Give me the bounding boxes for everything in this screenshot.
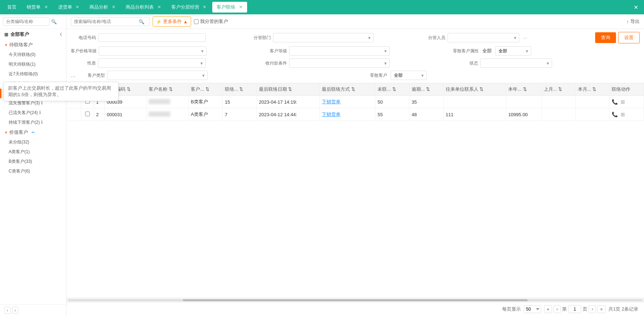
query-btn[interactable]: 查询	[595, 32, 616, 43]
close-sales-icon[interactable]: ✕	[44, 4, 48, 10]
col-this-month[interactable]: 本月... ⇅	[575, 83, 610, 96]
gender-select[interactable]	[98, 58, 206, 68]
status-select[interactable]	[480, 58, 552, 68]
branch-dept-select[interactable]	[273, 33, 374, 42]
filter-field-phone: 电话号码	[71, 33, 241, 42]
horizontal-scrollbar[interactable]	[66, 298, 644, 302]
table-header-row: ⚙ # 客户编码 ⇅ 客户名称 ⇅ 客户... ⇅ 联络... ⇅ 最后联络日期…	[66, 83, 644, 96]
customer-type-select[interactable]	[107, 71, 208, 80]
sidebar-item-7days[interactable]: 近7天待联络(0)	[0, 69, 66, 79]
col-overdue[interactable]: 逾期... ⇅	[409, 83, 444, 96]
sidebar-all-customers[interactable]: ⊞ 全部客户 《	[0, 29, 66, 40]
zero-attr-select[interactable]: 全部	[495, 46, 531, 56]
nav-customer-segment[interactable]: 客户分层经营 ✕	[167, 2, 211, 13]
more-dots-icon[interactable]: ...	[71, 72, 75, 79]
page-nav: « ‹ 第 页 › »	[544, 305, 606, 313]
first-page-btn[interactable]: «	[544, 305, 552, 313]
close-product-analysis-icon[interactable]: ✕	[112, 4, 116, 10]
last-page-btn[interactable]: »	[597, 305, 606, 313]
main-search-input[interactable]	[74, 19, 139, 24]
row2-customer-code[interactable]: 000031	[105, 108, 147, 121]
row2-last-contact-method[interactable]: 下销货单	[320, 108, 375, 121]
sidebar-item-churned[interactable]: 已流失客户(24) ℹ	[0, 108, 66, 118]
window-close-btn[interactable]: ✕	[631, 3, 641, 12]
col-this-year[interactable]: 本年... ⇅	[506, 83, 542, 96]
page-input[interactable]	[568, 305, 581, 313]
scrollbar-thumb[interactable]	[183, 299, 528, 301]
sidebar-group-waiting[interactable]: ▼ 待联络客户	[0, 40, 66, 50]
branch-person-more-icon[interactable]: ···	[523, 35, 527, 41]
customer-level-select[interactable]	[289, 46, 390, 56]
nav-product-list[interactable]: 商品分析列表 ✕	[121, 2, 166, 13]
zero-customer-select[interactable]: 全部	[391, 71, 427, 80]
col-actions: 联络动作	[610, 83, 644, 96]
next-page-btn[interactable]: ›	[589, 305, 596, 313]
row1-grid-icon[interactable]: ⊞	[621, 99, 625, 105]
col-unit-contacts[interactable]: 往来单位联系人 ⇅	[443, 83, 506, 96]
filter-field-price-level: 客户价格等级	[71, 46, 258, 56]
export-icon: ↑	[627, 19, 629, 24]
export-label: 导出	[630, 18, 640, 25]
sidebar-search-input[interactable]	[3, 17, 50, 26]
sidebar-item-class-a[interactable]: A类客户(1)	[0, 147, 66, 157]
search-icon[interactable]: 🔍	[139, 19, 144, 24]
nav-sales[interactable]: 销货单 ✕	[22, 2, 52, 13]
sidebar-item-class-b[interactable]: B类客户(33)	[0, 157, 66, 166]
row2-phone-icon[interactable]: 📞	[612, 112, 618, 117]
sidebar-prev-btn[interactable]: ‹	[4, 307, 11, 314]
row1-last-contact-method[interactable]: 下销货单	[320, 96, 375, 108]
setting-btn[interactable]: 设置	[618, 32, 640, 43]
sidebar-next-btn[interactable]: ›	[12, 307, 19, 314]
col-last-contact-date[interactable]: 最后联络日期 ⇅	[256, 83, 319, 96]
row2-method-link[interactable]: 下销货单	[322, 112, 340, 117]
col-last-month[interactable]: 上月... ⇅	[541, 83, 575, 96]
more-conditions-btn[interactable]: ⚡ 更多条件 ▲	[153, 16, 191, 27]
edit-value-icon[interactable]: ✏	[32, 130, 35, 135]
close-customer-segment-icon[interactable]: ✕	[203, 4, 207, 10]
price-level-select[interactable]	[99, 46, 207, 56]
sidebar-item-declining[interactable]: 持续下滑客户(2) ℹ	[0, 118, 66, 127]
filter-row-3: 性质 收付款条件 状态	[71, 58, 640, 68]
sidebar-item-today[interactable]: 今天待联络(0)	[0, 50, 66, 60]
status-label: 状态	[453, 60, 478, 66]
filter-field-gender: 性质	[71, 58, 258, 68]
page-total: 共1页 2条记录	[608, 306, 638, 312]
nav-customer-contact[interactable]: 客户联络 ✕	[212, 2, 247, 13]
sidebar-item-class-c[interactable]: C类客户(6)	[0, 166, 66, 176]
advanced-filters: 电话号码 分管部门 分管人员	[66, 29, 644, 83]
col-customer-type[interactable]: 客户... ⇅	[189, 83, 223, 96]
my-customer-checkbox[interactable]	[194, 19, 199, 24]
page-size-select[interactable]: 50 100 200	[524, 305, 541, 313]
payment-select[interactable]	[289, 58, 390, 68]
close-customer-contact-icon[interactable]: ✕	[239, 4, 243, 10]
col-not-contacted[interactable]: 未联... ⇅	[375, 83, 409, 96]
pagination-bar: 每页显示 50 100 200 « ‹ 第 页 › » 共1页 2条记录	[66, 302, 644, 316]
col-contact[interactable]: 联络... ⇅	[223, 83, 257, 96]
table-container: ⚙ # 客户编码 ⇅ 客户名称 ⇅ 客户... ⇅ 联络... ⇅ 最后联络日期…	[66, 83, 644, 298]
row1-method-link[interactable]: 下销货单	[322, 99, 340, 104]
filter-field-customer-type: 客户类型	[80, 71, 357, 80]
close-product-list-icon[interactable]: ✕	[157, 4, 161, 10]
close-purchase-icon[interactable]: ✕	[75, 4, 79, 10]
export-btn[interactable]: ↑ 导出	[627, 18, 640, 25]
nav-product-analysis[interactable]: 商品分析 ✕	[85, 2, 120, 13]
payment-label: 收付款条件	[262, 60, 287, 66]
prev-page-btn[interactable]: ‹	[553, 305, 561, 313]
phone-input[interactable]	[98, 33, 206, 42]
collapse-icon[interactable]: 《	[58, 32, 62, 37]
nav-purchase[interactable]: 进货单 ✕	[54, 2, 84, 13]
sidebar-item-tomorrow[interactable]: 明天待联络(1)	[0, 60, 66, 69]
content-area: 🔍 ⚡ 更多条件 ▲ 我分管的客户 ↑ 导出 电话号码	[66, 14, 644, 316]
row2-checkbox[interactable]	[85, 112, 90, 116]
row1-phone-icon[interactable]: 📞	[612, 99, 618, 105]
sidebar-group-value[interactable]: ▼ 价值客户 ✏	[0, 127, 66, 137]
nav-home[interactable]: 首页	[3, 2, 21, 13]
row2-grid-icon[interactable]: ⊞	[621, 112, 625, 117]
sidebar-search-icon[interactable]: 🔍	[51, 19, 57, 24]
scrollbar-track	[68, 299, 643, 301]
sidebar-item-ungrouped[interactable]: 未分组(32)	[0, 137, 66, 147]
triangle-value-icon: ▼	[4, 131, 8, 135]
col-last-contact-method[interactable]: 最后联络方式 ⇅	[320, 83, 375, 96]
col-customer-name[interactable]: 客户名称 ⇅	[147, 83, 189, 96]
branch-person-select[interactable]	[448, 33, 519, 42]
